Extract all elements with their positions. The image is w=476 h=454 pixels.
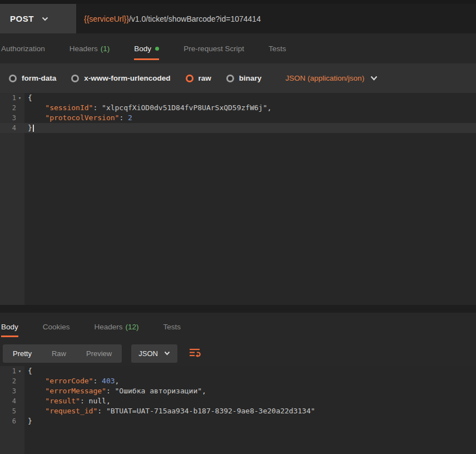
radio-icon: [9, 75, 17, 82]
radio-form-data[interactable]: form-data: [9, 74, 56, 82]
code-line: 3 "protocolVersion": 2: [0, 113, 476, 123]
url-input[interactable]: {{serviceUrl}}/v1.0/ticket/showBarcode?i…: [76, 4, 476, 33]
chevron-down-icon: [42, 17, 48, 21]
request-tabs: Authorization Headers (1) Body Pre-reque…: [0, 33, 476, 63]
code-line: 4}: [0, 123, 476, 133]
tab-count: (12): [126, 323, 139, 331]
code-text[interactable]: "sessionId": "xlpcqfXiOD0dv51D84fvP8UArS…: [24, 103, 271, 113]
body-type-row: form-data x-www-form-urlencoded raw bina…: [0, 63, 476, 93]
code-text[interactable]: "request_id": "BTUAT=UAT-715aa934-b187-8…: [24, 406, 315, 416]
response-tab-cookies[interactable]: Cookies: [43, 313, 70, 340]
response-tab-body[interactable]: Body: [1, 313, 18, 340]
tab-pre-request-script[interactable]: Pre-request Script: [184, 33, 244, 63]
line-number: 1▾: [0, 93, 24, 103]
tab-label: Authorization: [1, 45, 45, 53]
code-text[interactable]: "errorMessage": "Ошибка авторизации",: [24, 386, 206, 396]
radio-raw[interactable]: raw: [186, 74, 211, 82]
radio-icon: [226, 75, 234, 82]
response-tab-headers[interactable]: Headers (12): [95, 313, 139, 340]
tab-label: Headers: [70, 45, 98, 53]
code-text[interactable]: "protocolVersion": 2: [24, 113, 132, 123]
radio-x-www-form-urlencoded[interactable]: x-www-form-urlencoded: [71, 74, 170, 82]
section-divider: [0, 305, 476, 313]
tab-label: Body: [1, 323, 18, 331]
raw-button[interactable]: Raw: [42, 344, 76, 363]
code-line: 6}: [0, 416, 476, 426]
url-path: /v1.0/ticket/showBarcode?id=1074414: [129, 14, 261, 23]
top-strip: [0, 0, 476, 4]
code-line: 2 "sessionId": "xlpcqfXiOD0dv51D84fvP8UA…: [0, 103, 476, 113]
postman-window: POST {{serviceUrl}}/v1.0/ticket/showBarc…: [0, 0, 476, 454]
format-label: JSON: [138, 349, 158, 358]
response-tab-tests[interactable]: Tests: [163, 313, 181, 340]
line-number: 1▾: [0, 366, 24, 376]
response-format-select[interactable]: JSON: [131, 344, 177, 363]
tab-label: Body: [134, 45, 151, 53]
tab-tests[interactable]: Tests: [269, 33, 286, 63]
tab-label: Tests: [163, 323, 181, 331]
url-variable: {{serviceUrl}}: [84, 14, 129, 23]
code-text[interactable]: }: [24, 123, 34, 133]
code-line: 4 "result": null,: [0, 396, 476, 406]
content-type-label: JSON (application/json): [285, 74, 364, 82]
radio-label: raw: [199, 74, 211, 82]
button-label: Pretty: [13, 349, 32, 358]
line-number: 5: [0, 406, 24, 416]
response-view-toolbar: Pretty Raw Preview JSON: [0, 340, 476, 366]
tab-headers[interactable]: Headers (1): [70, 33, 110, 63]
code-text[interactable]: {: [24, 366, 32, 376]
text-cursor: [33, 125, 34, 132]
line-number: 4: [0, 123, 24, 133]
tab-body[interactable]: Body: [134, 33, 159, 63]
code-line: 3 "errorMessage": "Ошибка авторизации",: [0, 386, 476, 396]
code-text[interactable]: "errorCode": 403,: [24, 376, 119, 386]
radio-label: x-www-form-urlencoded: [84, 74, 170, 82]
green-dot-icon: [155, 47, 159, 51]
code-line: 1▾{: [0, 366, 476, 376]
code-text[interactable]: }: [24, 416, 32, 426]
code-line: 5 "request_id": "BTUAT=UAT-715aa934-b187…: [0, 406, 476, 416]
button-label: Raw: [52, 349, 66, 358]
radio-icon-selected: [186, 75, 194, 82]
view-mode-group: Pretty Raw Preview: [3, 344, 122, 363]
method-label: POST: [10, 14, 34, 23]
content-type-select[interactable]: JSON (application/json): [285, 74, 378, 82]
tab-label: Pre-request Script: [184, 45, 244, 53]
line-number: 2: [0, 103, 24, 113]
preview-button[interactable]: Preview: [76, 344, 122, 363]
radio-icon: [71, 75, 79, 82]
pretty-button[interactable]: Pretty: [3, 344, 42, 363]
fold-toggle-icon[interactable]: ▾: [16, 93, 23, 103]
tab-label: Cookies: [43, 323, 70, 331]
beautify-button[interactable]: [188, 347, 201, 360]
chevron-down-icon: [370, 76, 378, 81]
code-text[interactable]: "result": null,: [24, 396, 111, 406]
line-number: 3: [0, 386, 24, 396]
code-line: 2 "errorCode": 403,: [0, 376, 476, 386]
tab-label: Headers: [95, 323, 123, 331]
line-number: 6: [0, 416, 24, 426]
line-number: 4: [0, 396, 24, 406]
wrap-text-icon: [188, 347, 201, 360]
line-number: 2: [0, 376, 24, 386]
request-url-bar: POST {{serviceUrl}}/v1.0/ticket/showBarc…: [0, 4, 476, 33]
radio-label: binary: [239, 74, 262, 82]
line-number: 3: [0, 113, 24, 123]
code-text[interactable]: {: [24, 93, 32, 103]
response-body-viewer[interactable]: 1▾{2 "errorCode": 403,3 "errorMessage": …: [0, 366, 476, 454]
method-select[interactable]: POST: [0, 4, 76, 33]
radio-binary[interactable]: binary: [226, 74, 262, 82]
tab-count: (1): [101, 45, 110, 53]
response-tabs: Body Cookies Headers (12) Tests: [0, 313, 476, 340]
tab-authorization[interactable]: Authorization: [1, 33, 45, 63]
code-line: 1▾{: [0, 93, 476, 103]
button-label: Preview: [86, 349, 112, 358]
radio-label: form-data: [22, 74, 56, 82]
tab-label: Tests: [269, 45, 286, 53]
chevron-down-icon: [164, 351, 170, 356]
request-body-editor[interactable]: 1▾{2 "sessionId": "xlpcqfXiOD0dv51D84fvP…: [0, 93, 476, 305]
fold-toggle-icon[interactable]: ▾: [16, 366, 23, 376]
